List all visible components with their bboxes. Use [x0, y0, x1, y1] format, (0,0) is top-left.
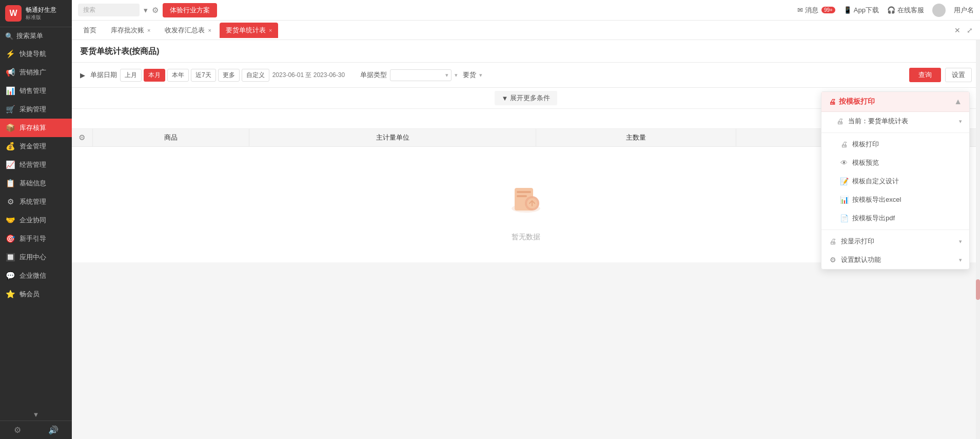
table-header-settings: ⚙	[72, 129, 92, 147]
sidebar-search-label: 搜索菜单	[16, 31, 43, 41]
print-dropdown-close-btn[interactable]: ▲	[954, 97, 962, 106]
date-filter-label: 单据日期	[90, 70, 117, 80]
prev-month-btn[interactable]: 上月	[120, 69, 142, 82]
display-print-chevron: ▾	[959, 238, 962, 245]
type-filter-label: 单据类型	[360, 70, 387, 80]
sidebar-item-label: 库存核算	[19, 123, 46, 132]
online-service-btn[interactable]: 🎧 在线客服	[887, 6, 924, 15]
current-template-icon: 🖨	[836, 117, 844, 125]
export-excel-label: 按模板导出excel	[852, 195, 901, 204]
template-preview-item[interactable]: 👁 模板预览	[821, 154, 969, 172]
current-year-btn[interactable]: 本年	[167, 69, 189, 82]
tabs-bar: 首页 库存批次账 × 收发存汇总表 × 要货单统计表 × ✕ ⤢	[72, 21, 980, 40]
sidebar-item-finance[interactable]: 💰 资金管理	[0, 137, 72, 156]
tab-home-label: 首页	[83, 26, 96, 35]
audio-icon[interactable]: 🔊	[48, 425, 58, 435]
sidebar-item-member[interactable]: ⭐ 畅会员	[0, 285, 72, 303]
current-month-btn[interactable]: 本月	[144, 69, 165, 82]
username-label: 用户名	[954, 6, 974, 15]
sidebar-item-label: 新手引导	[19, 234, 46, 243]
filter-settings-btn[interactable]: 设置	[945, 68, 972, 82]
tab-order-stats-close[interactable]: ×	[269, 27, 272, 33]
topbar-settings-icon[interactable]: ⚙	[152, 6, 159, 15]
sidebar-item-system[interactable]: ⚙ 系统管理	[0, 193, 72, 211]
message-btn[interactable]: ✉ 消息 99+	[797, 6, 835, 15]
last-7-days-btn[interactable]: 近7天	[191, 69, 216, 82]
sidebar-item-marketing[interactable]: 📢 营销推广	[0, 63, 72, 82]
app-center-icon: 🔲	[5, 253, 15, 262]
sidebar-search[interactable]: 🔍 搜索菜单	[0, 27, 72, 45]
sidebar-item-inventory[interactable]: 📦 库存核算	[0, 119, 72, 137]
sidebar-scroll-down[interactable]: ▼	[0, 409, 72, 421]
topbar-gear-icon[interactable]: ▾	[144, 6, 148, 15]
marketing-icon: 📢	[5, 68, 15, 77]
type-select[interactable]	[390, 69, 452, 81]
table-header-goods: 商品	[92, 129, 249, 147]
tabs-close-btn[interactable]: ✕	[952, 24, 963, 36]
message-badge: 99+	[821, 7, 835, 13]
template-export-pdf-item[interactable]: 📄 按模板导出pdf	[821, 209, 969, 227]
sidebar-item-guide[interactable]: 🎯 新手引导	[0, 230, 72, 248]
display-print-label: 按显示打印	[841, 237, 874, 246]
sidebar-item-label: 畅会员	[19, 290, 40, 299]
sidebar-item-purchase[interactable]: 🛒 采购管理	[0, 100, 72, 119]
operations-icon: 📈	[5, 160, 15, 169]
logo-icon: W	[5, 5, 22, 22]
avatar[interactable]	[932, 4, 946, 17]
sidebar-item-quick-nav[interactable]: ⚡ 快捷导航	[0, 45, 72, 63]
template-print-item-label: 模板打印	[852, 140, 879, 149]
sidebar-item-basics[interactable]: 📋 基础信息	[0, 174, 72, 193]
app-download-icon: 📱	[844, 6, 852, 14]
settings-icon[interactable]: ⚙	[14, 425, 21, 435]
sidebar-item-sales[interactable]: 📊 销售管理	[0, 82, 72, 100]
try-industry-btn[interactable]: 体验行业方案	[163, 3, 217, 17]
online-service-label: 在线客服	[897, 6, 924, 15]
custom-btn[interactable]: 自定义	[242, 69, 269, 82]
scrollbar-thumb[interactable]	[976, 279, 980, 300]
tab-home[interactable]: 首页	[77, 23, 103, 38]
template-export-excel-item[interactable]: 📊 按模板导出excel	[821, 190, 969, 209]
sidebar-item-app-center[interactable]: 🔲 应用中心	[0, 248, 72, 266]
template-print-item[interactable]: 🖨 模板打印	[821, 135, 969, 154]
tab-order-stats[interactable]: 要货单统计表 ×	[220, 23, 278, 38]
sidebar-item-wechat[interactable]: 💬 企业微信	[0, 266, 72, 285]
tab-receipt-summary[interactable]: 收发存汇总表 ×	[159, 23, 217, 38]
svg-rect-2	[517, 191, 531, 193]
default-function-icon: ⚙	[829, 256, 837, 264]
table-column-settings-icon[interactable]: ⚙	[79, 133, 85, 142]
tab-receipt-summary-label: 收发存汇总表	[165, 26, 205, 35]
basics-icon: 📋	[5, 179, 15, 188]
more-btn[interactable]: 更多	[218, 69, 240, 82]
default-function-group[interactable]: ⚙ 设置默认功能 ▾	[821, 251, 969, 269]
sales-icon: 📊	[5, 86, 15, 96]
template-custom-item[interactable]: 📝 模板自定义设计	[821, 172, 969, 190]
tab-inventory-batch[interactable]: 库存批次账 ×	[105, 23, 156, 38]
expand-more-btn[interactable]: ▼ 展开更多条件	[495, 91, 558, 105]
topbar-search[interactable]: 搜索	[78, 4, 140, 16]
sidebar-item-cooperation[interactable]: 🤝 企业协同	[0, 211, 72, 230]
tab-order-stats-label: 要货单统计表	[226, 26, 266, 35]
quick-nav-icon: ⚡	[5, 49, 15, 59]
right-scrollbar[interactable]	[976, 40, 980, 439]
message-icon: ✉	[797, 6, 803, 14]
query-btn[interactable]: 查询	[909, 68, 941, 82]
export-pdf-icon: 📄	[840, 214, 848, 222]
app-download-btn[interactable]: 📱 App下载	[844, 6, 879, 15]
sidebar-item-operations[interactable]: 📈 经营管理	[0, 156, 72, 174]
current-template-item[interactable]: 🖨 当前：要货单统计表 ▾	[821, 112, 969, 130]
chevron-down-icon: ▾	[455, 72, 458, 79]
app-logo: W 畅通好生意 标准版	[0, 0, 72, 27]
finance-icon: 💰	[5, 142, 15, 151]
sidebar-nav: ⚡ 快捷导航 📢 营销推广 📊 销售管理 🛒 采购管理 📦 库存核算 💰 资金管…	[0, 45, 72, 409]
display-print-group[interactable]: 🖨 按显示打印 ▾	[821, 232, 969, 251]
template-custom-icon: 📝	[840, 177, 848, 185]
filter-area: ▶ 单据日期 上月 本月 本年 近7天 更多 自定义 2023-06-01 至 …	[72, 63, 980, 88]
message-label: 消息	[805, 6, 818, 15]
filter-expand-icon[interactable]: ▶	[80, 71, 85, 79]
tabs-expand-btn[interactable]: ⤢	[965, 24, 975, 36]
tab-receipt-summary-close[interactable]: ×	[208, 27, 211, 33]
sidebar-item-label: 企业微信	[19, 271, 46, 280]
print-dropdown-title-text: 按模板打印	[839, 97, 875, 106]
topbar-search-text: 搜索	[83, 6, 95, 13]
tab-inventory-batch-close[interactable]: ×	[147, 27, 150, 33]
